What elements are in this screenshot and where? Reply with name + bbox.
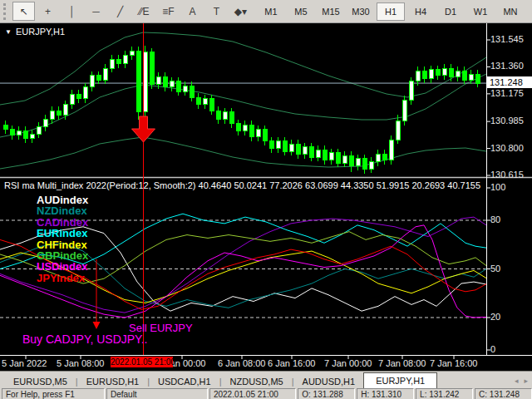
tool-text-label-button[interactable]: T <box>205 2 228 21</box>
tool-arrow-objects-button[interactable]: ◆▾ <box>229 2 252 21</box>
status-cell-1: Default <box>106 388 208 399</box>
annotation-buy-cadjpy-usdjpy[interactable]: Buy CADJPY, USDJPY.. <box>22 332 147 346</box>
symbol-label: ▼EURJPY,H1 <box>5 27 65 37</box>
toolbar: ↖+│─╱⁄⁄E≡FAT◆▾ M1M5M15M30H1H4D1W1MN <box>0 0 532 23</box>
indicator-title: RSI ma Multi_index 2022(Period:12, Smoot… <box>4 180 480 190</box>
chart-tab-bar: EURUSD,M5|EURUSD,H1|USDCAD,H1|NZDUSD,M5|… <box>0 371 532 389</box>
timeframe-d1-button[interactable]: D1 <box>436 2 465 21</box>
timeframe-m30-button[interactable]: M30 <box>347 2 375 21</box>
tool-text-button[interactable]: A <box>181 2 204 21</box>
tool-crosshair-button[interactable]: + <box>37 2 59 21</box>
tabs: EURUSD,M5|EURUSD,H1|USDCAD,H1|NZDUSD,M5|… <box>5 372 437 389</box>
status-cell-5: L: 131.242 <box>416 388 473 399</box>
chart-window[interactable]: ▼EURJPY,H1 RSI ma Multi_index 2022(Perio… <box>0 23 532 371</box>
tab-eurusd-m5[interactable]: EURUSD,M5 <box>5 375 76 389</box>
status-cell-2: 2022.01.05 21:00 <box>209 388 296 399</box>
tab-usdcad-h1[interactable]: USDCAD,H1 <box>150 375 219 389</box>
mt4-window: ↖+│─╱⁄⁄E≡FAT◆▾ M1M5M15M30H1H4D1W1MN ▼EUR… <box>0 0 532 399</box>
legend-audindex: AUDindex <box>37 195 88 205</box>
tab-scroll-left-icon[interactable]: ◂ <box>515 377 519 385</box>
tool-equidistant-channel-button[interactable]: ⁄⁄E <box>133 2 155 21</box>
current-price-box: 131.248 <box>487 76 532 88</box>
timeframe-h1-button[interactable]: H1 <box>377 2 405 21</box>
legend-cadindex: CADindex <box>37 217 88 228</box>
timeframe-m15-button[interactable]: M15 <box>317 2 345 21</box>
tab-nzdusd-m5[interactable]: NZDUSD,M5 <box>222 375 292 389</box>
tab-eurusd-h1[interactable]: EURUSD,H1 <box>78 375 148 389</box>
toolbar-tools: ↖+│─╱⁄⁄E≡FAT◆▾ <box>12 2 253 21</box>
tool-cursor-button[interactable]: ↖ <box>12 2 35 21</box>
indicator-legend: AUDindexNZDindexCADindexEURindexCHFindex… <box>37 195 88 283</box>
tab-scroll-right-icon[interactable]: ▸ <box>524 377 528 385</box>
time-highlight-box: 2022.01.05 21:00 <box>111 357 173 367</box>
toolbar-grip[interactable] <box>3 3 8 20</box>
timeframe-m5-button[interactable]: M5 <box>287 2 315 21</box>
tool-horizontal-line-button[interactable]: ─ <box>85 2 107 21</box>
status-bar: For Help, press F1Default2022.01.05 21:0… <box>0 388 532 399</box>
legend-usdindex: USDindex <box>37 261 88 272</box>
tab-scroll-arrows: ◂▸ <box>509 377 528 385</box>
candles <box>3 46 480 174</box>
legend-jpyindex: JPYindex <box>37 273 88 283</box>
symbol-text: EURJPY,H1 <box>16 27 65 37</box>
status-cell-6: C: 131.248 <box>475 388 532 399</box>
status-cell-3: O: 131.288 <box>298 388 355 399</box>
legend-nzdindex: NZDindex <box>37 205 88 216</box>
legend-eurindex: EURindex <box>37 228 88 239</box>
tool-trendline-button[interactable]: ╱ <box>109 2 131 21</box>
tab-audusd-h1[interactable]: AUDUSD,H1 <box>294 375 364 389</box>
toolbar-timeframes: M1M5M15M30H1H4D1W1MN <box>256 2 525 21</box>
timeframe-w1-button[interactable]: W1 <box>466 2 495 21</box>
legend-gbpindex: GBPindex <box>37 250 88 261</box>
symbol-dropdown-icon[interactable]: ▼ <box>5 28 12 36</box>
tool-vertical-line-button[interactable]: │ <box>61 2 83 21</box>
status-cell-4: H: 131.310 <box>357 388 414 399</box>
timeframe-mn-button[interactable]: MN <box>496 2 525 21</box>
tool-fibonacci-retracement-button[interactable]: ≡F <box>157 2 180 21</box>
status-cell-0: For Help, press F1 <box>2 388 105 399</box>
timeframe-h4-button[interactable]: H4 <box>406 2 435 21</box>
legend-chfindex: CHFindex <box>37 239 88 250</box>
tab-eurjpy-h1[interactable]: EURJPY,H1 <box>363 372 437 389</box>
timeframe-m1-button[interactable]: M1 <box>257 2 285 21</box>
